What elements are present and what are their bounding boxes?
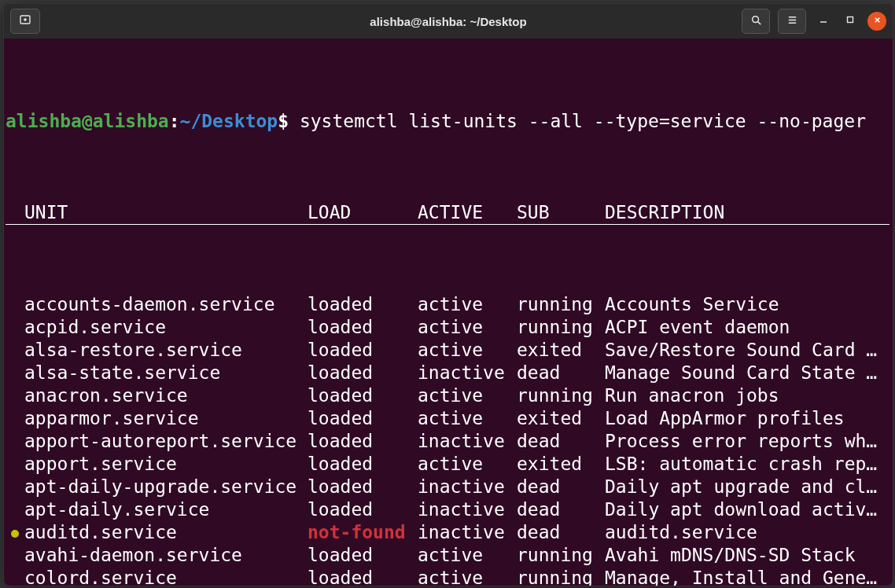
unit-cell: acpid.service: [24, 316, 308, 339]
active-cell: active: [418, 293, 517, 316]
active-cell: inactive: [418, 476, 517, 498]
sub-cell: dead: [517, 430, 605, 453]
active-cell: active: [418, 407, 517, 430]
prompt-path: ~/Desktop: [180, 110, 278, 133]
service-rows: accounts-daemon.serviceloadedactiverunni…: [6, 293, 889, 586]
load-cell: not-found: [308, 521, 418, 544]
unit-cell: auditd.service: [24, 521, 308, 544]
load-cell: loaded: [308, 362, 418, 384]
header-row: UNIT LOAD ACTIVE SUB DESCRIPTION: [6, 201, 889, 225]
sub-cell: exited: [517, 453, 605, 476]
header-sub: SUB: [517, 201, 605, 224]
header-unit: UNIT: [24, 201, 308, 224]
svg-line-4: [757, 21, 761, 24]
new-tab-button[interactable]: [10, 9, 40, 34]
description-cell: Save/Restore Sound Card …: [605, 339, 889, 362]
close-button[interactable]: [867, 12, 886, 31]
service-row: apt-daily.serviceloadedinactivedeadDaily…: [6, 498, 889, 521]
header-desc: DESCRIPTION: [605, 201, 889, 224]
load-cell: loaded: [308, 384, 418, 407]
sub-cell: running: [517, 384, 605, 407]
active-cell: active: [418, 339, 517, 362]
service-row: auditd.servicenot-foundinactivedeadaudit…: [6, 521, 889, 544]
sub-cell: dead: [517, 498, 605, 521]
description-cell: Load AppArmor profiles: [605, 407, 889, 430]
sub-cell: running: [517, 316, 605, 339]
description-cell: Run anacron jobs: [605, 384, 889, 407]
row-bullet: [6, 498, 24, 521]
unit-cell: apport.service: [24, 453, 308, 476]
active-cell: active: [418, 384, 517, 407]
terminal-body[interactable]: alishba@alishba : ~/Desktop $ systemctl …: [4, 39, 893, 586]
sub-cell: running: [517, 544, 605, 567]
active-cell: inactive: [418, 498, 517, 521]
service-row: apt-daily-upgrade.serviceloadedinactived…: [6, 476, 889, 498]
active-cell: active: [418, 544, 517, 567]
load-cell: loaded: [308, 498, 418, 521]
unit-cell: apparmor.service: [24, 407, 308, 430]
description-cell: Accounts Service: [605, 293, 889, 316]
service-row: avahi-daemon.serviceloadedactiverunningA…: [6, 544, 889, 567]
row-bullet: [6, 293, 24, 316]
hamburger-icon: [786, 10, 798, 33]
service-row: anacron.serviceloadedactiverunningRun an…: [6, 384, 889, 407]
description-cell: auditd.service: [605, 521, 889, 544]
minimize-button[interactable]: [814, 12, 833, 31]
service-row: acpid.serviceloadedactiverunningACPI eve…: [6, 316, 889, 339]
active-cell: inactive: [418, 430, 517, 453]
description-cell: Avahi mDNS/DNS-SD Stack: [605, 544, 889, 567]
prompt-line: alishba@alishba : ~/Desktop $ systemctl …: [6, 110, 889, 133]
service-row: accounts-daemon.serviceloadedactiverunni…: [6, 293, 889, 316]
load-cell: loaded: [308, 430, 418, 453]
description-cell: Daily apt download activ…: [605, 498, 889, 521]
load-cell: loaded: [308, 407, 418, 430]
row-bullet: [6, 407, 24, 430]
service-row: apport-autoreport.serviceloadedinactived…: [6, 430, 889, 453]
sub-cell: running: [517, 567, 605, 586]
description-cell: Manage Sound Card State …: [605, 362, 889, 384]
header-load: LOAD: [308, 201, 418, 224]
row-bullet: [6, 476, 24, 498]
terminal-window: alishba@alishba: ~/Desktop: [3, 3, 893, 586]
prompt-sep: :: [169, 110, 180, 133]
row-bullet: [6, 339, 24, 362]
load-cell: loaded: [308, 567, 418, 586]
unit-cell: apt-daily.service: [24, 498, 308, 521]
service-row: apport.serviceloadedactiveexitedLSB: aut…: [6, 453, 889, 476]
row-bullet: [6, 316, 24, 339]
unit-cell: alsa-state.service: [24, 362, 308, 384]
bullet-icon: [11, 530, 19, 538]
search-icon: [750, 10, 762, 33]
active-cell: active: [418, 453, 517, 476]
search-button[interactable]: [742, 9, 770, 34]
unit-cell: apt-daily-upgrade.service: [24, 476, 308, 498]
unit-cell: apport-autoreport.service: [24, 430, 308, 453]
service-row: apparmor.serviceloadedactiveexitedLoad A…: [6, 407, 889, 430]
header-active: ACTIVE: [418, 201, 517, 224]
new-tab-icon: [19, 10, 31, 33]
unit-cell: accounts-daemon.service: [24, 293, 308, 316]
svg-point-3: [752, 16, 758, 22]
sub-cell: exited: [517, 339, 605, 362]
unit-cell: colord.service: [24, 567, 308, 586]
sub-cell: exited: [517, 407, 605, 430]
service-row: colord.serviceloadedactiverunningManage,…: [6, 567, 889, 586]
titlebar: alishba@alishba: ~/Desktop: [4, 4, 893, 39]
load-cell: loaded: [308, 293, 418, 316]
sub-cell: dead: [517, 362, 605, 384]
svg-rect-9: [848, 17, 853, 22]
active-cell: active: [418, 316, 517, 339]
row-bullet: [6, 430, 24, 453]
prompt-user-host: alishba@alishba: [6, 110, 169, 133]
active-cell: inactive: [418, 521, 517, 544]
menu-button[interactable]: [778, 9, 806, 34]
sub-cell: dead: [517, 521, 605, 544]
active-cell: active: [418, 567, 517, 586]
load-cell: loaded: [308, 339, 418, 362]
close-icon: [873, 10, 882, 33]
row-bullet: [6, 544, 24, 567]
maximize-button[interactable]: [841, 12, 860, 31]
row-bullet: [6, 362, 24, 384]
service-row: alsa-state.serviceloadedinactivedeadMana…: [6, 362, 889, 384]
row-bullet: [6, 453, 24, 476]
